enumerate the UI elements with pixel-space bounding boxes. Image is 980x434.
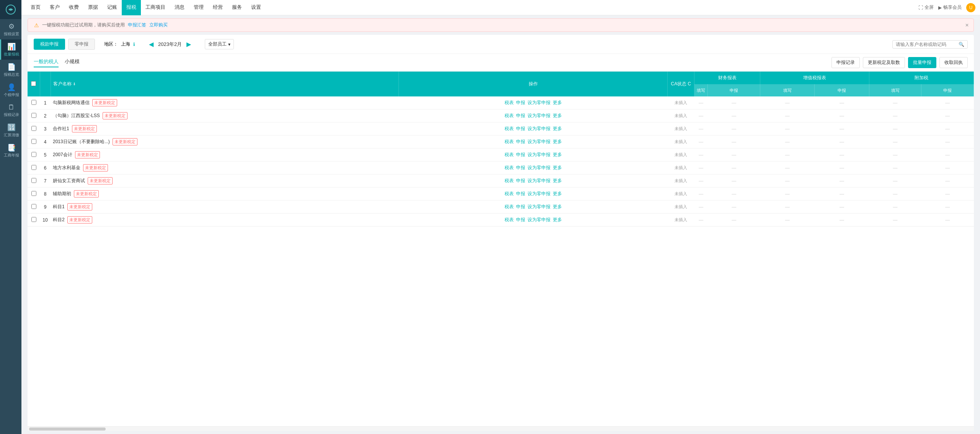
op-设为零申报[interactable]: 设为零申报	[528, 139, 550, 144]
batch-shenbao-btn[interactable]: 批量申报	[908, 57, 936, 68]
op-更多[interactable]: 更多	[553, 152, 562, 157]
op-申报[interactable]: 申报	[516, 100, 525, 105]
sort-icon[interactable]: ⬇	[73, 82, 76, 86]
op-税表[interactable]: 税表	[505, 113, 514, 118]
op-税表[interactable]: 税表	[505, 204, 514, 209]
topnav: 首页 客户 收费 票据 记账 报税 工商项目 消息 管理 经营 服务 设置 ⛶ …	[21, 0, 980, 15]
dept-select[interactable]: 全部员工 ▾	[205, 39, 234, 49]
op-税表[interactable]: 税表	[505, 178, 514, 183]
op-税表[interactable]: 税表	[505, 217, 514, 222]
op-设为零申报[interactable]: 设为零申报	[528, 178, 550, 183]
op-更多[interactable]: 更多	[553, 139, 562, 144]
nav-customer[interactable]: 客户	[45, 0, 64, 15]
notice-link-shenbao[interactable]: 申报汇签	[128, 22, 146, 28]
cancel-btn[interactable]: 收取回执	[939, 57, 968, 68]
op-更多[interactable]: 更多	[553, 217, 562, 222]
nav-fuwu[interactable]: 服务	[227, 0, 247, 15]
date-prev-btn[interactable]: ◀	[147, 41, 155, 48]
nav-shoufei[interactable]: 收费	[64, 0, 83, 15]
op-设为零申报[interactable]: 设为零申报	[528, 204, 550, 209]
row-checkbox[interactable]	[31, 191, 36, 196]
op-税表[interactable]: 税表	[505, 139, 514, 144]
row-checkbox[interactable]	[31, 113, 36, 118]
op-税表[interactable]: 税表	[505, 165, 514, 170]
sidebar-item-baoshuishezhi[interactable]: ⚙ 报税设置	[0, 19, 21, 39]
op-设为零申报[interactable]: 设为零申报	[528, 165, 550, 170]
row-ca: 未插入	[668, 148, 694, 162]
op-税表[interactable]: 税表	[505, 100, 514, 105]
op-更多[interactable]: 更多	[553, 113, 562, 118]
fullscreen-btn[interactable]: ⛶ 全屏	[918, 4, 934, 11]
op-设为零申报[interactable]: 设为零申报	[528, 113, 550, 118]
row-no: 4	[40, 135, 51, 148]
op-申报[interactable]: 申报	[516, 126, 525, 131]
select-all-checkbox[interactable]	[31, 81, 36, 86]
type-tab-general[interactable]: 一般的税人	[34, 58, 59, 67]
nav-baoshui[interactable]: 报税	[122, 0, 141, 15]
date-next-btn[interactable]: ▶	[185, 41, 193, 48]
row-caiwu-fill: —	[694, 109, 708, 122]
row-checkbox[interactable]	[31, 217, 36, 222]
nav-shezhi[interactable]: 设置	[247, 0, 266, 15]
nav-piaoju[interactable]: 票据	[83, 0, 103, 15]
row-checkbox[interactable]	[31, 126, 36, 131]
op-更多[interactable]: 更多	[553, 178, 562, 183]
type-tab-small[interactable]: 小规模	[65, 58, 80, 67]
op-税表[interactable]: 税表	[505, 152, 514, 157]
op-更多[interactable]: 更多	[553, 191, 562, 196]
op-申报[interactable]: 申报	[516, 152, 525, 157]
nav-jizhang[interactable]: 记账	[103, 0, 122, 15]
row-checkbox[interactable]	[31, 100, 36, 105]
op-更多[interactable]: 更多	[553, 100, 562, 105]
vip-btn[interactable]: ▶ 畅享会员	[938, 4, 962, 11]
sidebar-item-jisuan[interactable]: 🔢 汇算清缴	[0, 120, 21, 140]
sidebar-item-baoshuijilu[interactable]: 🗒 报税记录	[0, 100, 21, 120]
sidebar-item-geshuisheqin[interactable]: 👤 个税申报	[0, 80, 21, 100]
op-设为零申报[interactable]: 设为零申报	[528, 217, 550, 222]
op-申报[interactable]: 申报	[516, 139, 525, 144]
row-fujia-report: —	[921, 135, 974, 148]
scroll-bar[interactable]	[28, 426, 974, 431]
nav-xiaoxi[interactable]: 消息	[170, 0, 189, 15]
search-input[interactable]	[896, 42, 957, 47]
op-设为零申报[interactable]: 设为零申报	[528, 191, 550, 196]
nav-gongshang[interactable]: 工商项目	[141, 0, 170, 15]
search-icon[interactable]: 🔍	[959, 42, 964, 47]
row-ops: 税表申报设为零申报更多	[399, 162, 667, 175]
op-更多[interactable]: 更多	[553, 165, 562, 170]
row-checkbox[interactable]	[31, 204, 36, 209]
sidebar-item-baoshuizonglan[interactable]: 📄 报税总览	[0, 60, 21, 80]
notice-close-btn[interactable]: ✕	[965, 23, 969, 28]
op-申报[interactable]: 申报	[516, 204, 525, 209]
op-设为零申报[interactable]: 设为零申报	[528, 100, 550, 105]
info-icon[interactable]: ℹ	[133, 42, 135, 47]
op-申报[interactable]: 申报	[516, 113, 525, 118]
row-checkbox[interactable]	[31, 165, 36, 170]
tab-taxfiling[interactable]: 税款申报	[34, 39, 65, 50]
op-设为零申报[interactable]: 设为零申报	[528, 152, 550, 157]
shenbao-jilu-btn[interactable]: 申报记录	[831, 57, 860, 68]
update-rate-btn[interactable]: 更新税定及取数	[863, 57, 905, 68]
nav-jingying[interactable]: 经营	[208, 0, 227, 15]
user-avatar[interactable]: U	[966, 3, 975, 12]
row-checkbox[interactable]	[31, 152, 36, 157]
sidebar-item-gongshang[interactable]: 📑 工商年报	[0, 140, 21, 161]
op-申报[interactable]: 申报	[516, 217, 525, 222]
nav-home[interactable]: 首页	[26, 0, 45, 15]
row-checkbox[interactable]	[31, 139, 36, 144]
row-checkbox[interactable]	[31, 178, 36, 183]
op-更多[interactable]: 更多	[553, 126, 562, 131]
sidebar-item-piliangshuibao[interactable]: 📊 批量报税	[0, 39, 21, 60]
op-税表[interactable]: 税表	[505, 191, 514, 196]
op-申报[interactable]: 申报	[516, 165, 525, 170]
op-更多[interactable]: 更多	[553, 204, 562, 209]
op-设为零申报[interactable]: 设为零申报	[528, 126, 550, 131]
row-name: 2013日记账（不要删除哈...) 未更新税定	[51, 135, 399, 148]
nav-guanli[interactable]: 管理	[189, 0, 208, 15]
op-税表[interactable]: 税表	[505, 126, 514, 131]
op-申报[interactable]: 申报	[516, 178, 525, 183]
notice-link-buy[interactable]: 立即购买	[149, 22, 168, 28]
tab-zeroreport[interactable]: 零申报	[68, 39, 95, 50]
op-申报[interactable]: 申报	[516, 191, 525, 196]
scroll-bar-thumb[interactable]	[29, 427, 106, 431]
